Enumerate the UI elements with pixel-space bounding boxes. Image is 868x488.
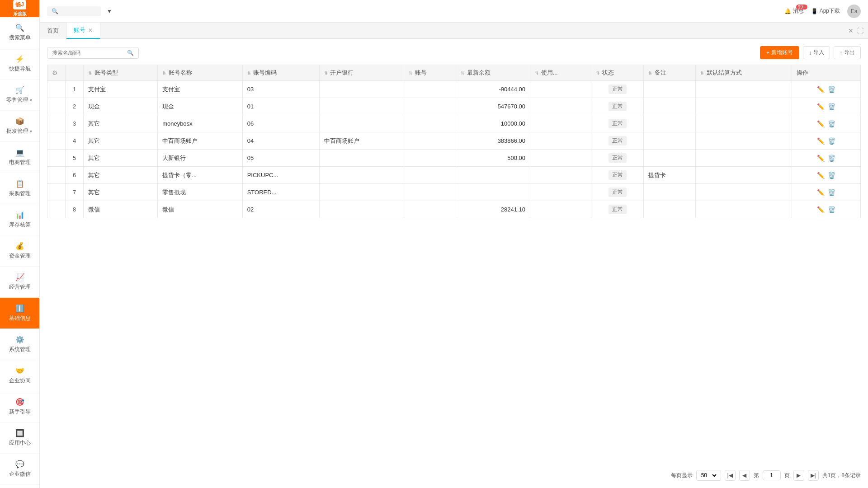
row-index-1: 2 (66, 98, 84, 115)
row-account-code-0: 03 (242, 81, 319, 98)
import-button[interactable]: ↓ 导入 (803, 46, 830, 59)
header-search[interactable]: 🔍 (47, 6, 101, 16)
header-dropdown[interactable]: ▼ (107, 8, 112, 14)
row-default-payment-5 (695, 167, 792, 184)
app-download-button[interactable]: 📱 App下载 (811, 7, 840, 15)
row-account-name-3: 中百商场账户 (158, 132, 243, 150)
sidebar-item-app-center[interactable]: 🔲 应用中心 (0, 422, 39, 454)
table-row: 2 现金 现金 01 547670.00 正常 ✏️ 🗑️ (47, 98, 861, 115)
row-bank-6 (319, 184, 404, 201)
logo-icon: 畅J (13, 0, 26, 9)
page-size-label: 每页显示 (671, 472, 693, 479)
row-remark-3 (644, 132, 696, 150)
tab-home[interactable]: 首页 (40, 23, 66, 39)
page-size-selector[interactable]: 50 10 20 100 (696, 470, 721, 481)
row-account-code-1: 01 (242, 98, 319, 115)
delete-button-7[interactable]: 🗑️ (828, 206, 835, 213)
col-bank[interactable]: ⇅ 开户银行 (319, 65, 404, 81)
row-account-no-7 (404, 201, 456, 218)
notification-badge: 99+ (796, 5, 807, 9)
sidebar-item-search[interactable]: 🔍 搜索菜单 (0, 17, 39, 48)
col-account-no[interactable]: ⇅ 账号 (404, 65, 456, 81)
sidebar-item-basic-info[interactable]: ℹ️ 基础信息 (0, 298, 39, 329)
sidebar-item-wholesale[interactable]: 📦 批发管理 ▼ (0, 111, 39, 142)
edit-button-4[interactable]: ✏️ (817, 155, 825, 162)
table-settings-icon[interactable]: ⚙ (52, 69, 58, 76)
row-balance-4: 500.00 (456, 150, 530, 167)
delete-button-1[interactable]: 🗑️ (828, 103, 835, 110)
edit-button-6[interactable]: ✏️ (817, 189, 825, 196)
row-account-name-7: 微信 (158, 201, 243, 218)
col-remark[interactable]: ⇅ 备注 (644, 65, 696, 81)
col-index (66, 65, 84, 81)
page-last-button[interactable]: ▶| (808, 470, 819, 481)
col-usage-label: 使用... (541, 69, 558, 76)
sidebar-item-system-label: 系统管理 (4, 346, 36, 353)
edit-button-1[interactable]: ✏️ (817, 103, 825, 110)
sidebar-item-guide-label: 新手引导 (4, 408, 36, 416)
edit-button-3[interactable]: ✏️ (817, 137, 825, 145)
tab-close-icon[interactable]: ✕ (88, 27, 93, 33)
col-default-payment[interactable]: ⇅ 默认结算方式 (695, 65, 792, 81)
sidebar-item-member[interactable]: 👤 畅会员 (0, 485, 39, 488)
notification-button[interactable]: 🔔 消息 99+ (784, 7, 804, 15)
delete-button-5[interactable]: 🗑️ (828, 172, 835, 179)
sidebar-item-system[interactable]: ⚙️ 系统管理 (0, 329, 39, 360)
row-account-no-0 (404, 81, 456, 98)
page-next-button[interactable]: ▶ (793, 470, 804, 481)
export-button[interactable]: ↑ 导出 (834, 46, 861, 59)
sidebar-item-enterprise-wechat[interactable]: 💬 企业微信 (0, 454, 39, 485)
edit-button-0[interactable]: ✏️ (817, 86, 825, 93)
sidebar-item-guide[interactable]: 🎯 新手引导 (0, 391, 39, 422)
edit-button-5[interactable]: ✏️ (817, 172, 825, 179)
sidebar-item-basic-info-label: 基础信息 (4, 314, 36, 322)
page-first-button[interactable]: |◀ (725, 470, 736, 481)
sidebar-item-quick-nav[interactable]: ⚡ 快捷导航 (0, 48, 39, 80)
user-avatar[interactable]: Ea (847, 5, 861, 18)
row-account-name-6: 零售抵现 (158, 184, 243, 201)
row-index-4: 5 (66, 150, 84, 167)
row-default-payment-1 (695, 98, 792, 115)
sidebar-item-cooperation[interactable]: 🤝 企业协同 (0, 360, 39, 391)
row-account-name-5: 提货卡（零... (158, 167, 243, 184)
tab-account[interactable]: 账号 ✕ (66, 23, 100, 39)
tab-expand-icon[interactable]: ⛶ (857, 27, 863, 34)
add-account-button[interactable]: + 新增账号 (760, 46, 799, 59)
page-prev-button[interactable]: ◀ (739, 470, 750, 481)
search-icon: 🔍 (127, 50, 134, 56)
delete-button-6[interactable]: 🗑️ (828, 189, 835, 196)
edit-button-2[interactable]: ✏️ (817, 120, 825, 127)
sidebar-item-ecommerce[interactable]: 💻 电商管理 (0, 142, 39, 173)
page-number-input[interactable] (763, 470, 781, 480)
col-usage[interactable]: ⇅ 使用... (530, 65, 591, 81)
notification-icon: 🔔 (784, 8, 791, 14)
col-account-code[interactable]: ⇅ 账号编码 (242, 65, 319, 81)
edit-button-7[interactable]: ✏️ (817, 206, 825, 213)
delete-button-3[interactable]: 🗑️ (828, 137, 835, 145)
sidebar-item-retail[interactable]: 🛒 零售管理 ▼ (0, 80, 39, 111)
col-account-type[interactable]: ⇅ 账号类型 (84, 65, 158, 81)
row-action-2: ✏️ 🗑️ (792, 115, 861, 132)
add-icon: + (766, 50, 769, 56)
tab-close-all-icon[interactable]: ✕ (848, 27, 854, 34)
delete-button-4[interactable]: 🗑️ (828, 155, 835, 162)
row-account-type-5: 其它 (84, 167, 158, 184)
delete-button-2[interactable]: 🗑️ (828, 120, 835, 127)
search-input[interactable] (52, 50, 124, 56)
row-action-7: ✏️ 🗑️ (792, 201, 861, 218)
sidebar-item-wholesale-label: 批发管理 (6, 127, 28, 135)
sidebar-item-finance[interactable]: 💰 资金管理 (0, 235, 39, 267)
col-balance[interactable]: ⇅ 最新余额 (456, 65, 530, 81)
col-remark-label: 备注 (655, 69, 666, 76)
row-account-no-5 (404, 167, 456, 184)
page-size-select-input[interactable]: 50 10 20 100 (699, 472, 718, 479)
sidebar-item-inventory[interactable]: 📊 库存核算 (0, 204, 39, 235)
sidebar-item-management[interactable]: 📈 经营管理 (0, 267, 39, 298)
col-account-name[interactable]: ⇅ 账号名称 (158, 65, 243, 81)
delete-button-0[interactable]: 🗑️ (828, 86, 835, 93)
col-status[interactable]: ⇅ 状态 (591, 65, 644, 81)
sidebar-item-purchase[interactable]: 📋 采购管理 (0, 173, 39, 204)
logo-subtitle: 乐渡版 (13, 11, 27, 17)
row-account-type-7: 微信 (84, 201, 158, 218)
search-box[interactable]: 🔍 (47, 47, 139, 59)
